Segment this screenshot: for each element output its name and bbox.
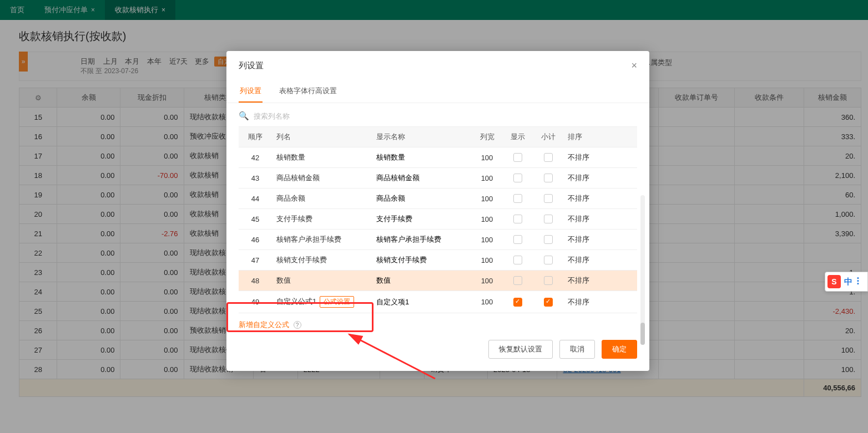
show-checkbox[interactable] [513, 235, 522, 244]
sort-select[interactable]: 不排序 [563, 147, 637, 168]
subtotal-checkbox[interactable] [544, 256, 553, 264]
sort-select[interactable]: 不排序 [563, 271, 637, 291]
add-formula-link[interactable]: 新增自定义公式 ? [239, 320, 301, 330]
mcol-width: 列宽 [472, 127, 502, 147]
modal-title: 列设置 [239, 60, 264, 71]
reset-default-button[interactable]: 恢复默认设置 [488, 340, 553, 359]
ime-indicator[interactable]: S 中 ⠇ [825, 272, 868, 292]
show-checkbox[interactable] [513, 174, 522, 182]
modal-tab-font[interactable]: 表格字体行高设置 [278, 80, 338, 103]
subtotal-checkbox[interactable] [544, 174, 553, 182]
sort-select[interactable]: 不排序 [563, 189, 637, 209]
sort-select[interactable]: 不排序 [563, 168, 637, 189]
column-search-input[interactable] [254, 112, 637, 120]
column-config-row[interactable]: 48数值100不排序 [239, 271, 637, 291]
ime-more-icon[interactable]: ⠇ [856, 276, 863, 288]
mcol-subtotal: 小计 [533, 127, 563, 147]
display-name-input[interactable] [376, 277, 467, 285]
sort-select[interactable]: 不排序 [563, 250, 637, 271]
column-config-row[interactable]: 46核销客户承担手续费100不排序 [239, 230, 637, 250]
scrollbar-thumb[interactable] [640, 323, 645, 345]
column-config-row[interactable]: 43商品核销金额100不排序 [239, 168, 637, 189]
modal-tab-columns[interactable]: 列设置 [239, 80, 263, 103]
subtotal-checkbox[interactable] [544, 276, 553, 285]
display-name-input[interactable] [376, 298, 467, 306]
show-checkbox[interactable] [513, 276, 522, 285]
sort-select[interactable]: 不排序 [563, 209, 637, 230]
display-name-input[interactable] [376, 236, 467, 244]
show-checkbox[interactable] [513, 298, 522, 307]
show-checkbox[interactable] [513, 256, 522, 264]
ime-mode-text: 中 [844, 277, 852, 287]
subtotal-checkbox[interactable] [544, 153, 553, 162]
ime-logo-icon: S [827, 275, 841, 288]
display-name-input[interactable] [376, 215, 467, 223]
column-config-row[interactable]: 44商品余额100不排序 [239, 189, 637, 209]
help-icon[interactable]: ? [294, 321, 301, 329]
subtotal-checkbox[interactable] [544, 215, 553, 223]
column-settings-modal: 列设置 × 列设置 表格字体行高设置 🔍 顺序 列名 显示名称 列宽 显示 小计… [226, 51, 649, 371]
modal-close-button[interactable]: × [631, 60, 637, 72]
display-name-input[interactable] [376, 195, 467, 203]
column-config-table: 顺序 列名 显示名称 列宽 显示 小计 排序 42核销数量100不排序43商品核… [239, 126, 637, 313]
display-name-input[interactable] [376, 256, 467, 264]
mcol-sort: 排序 [563, 127, 637, 147]
column-config-row[interactable]: 47核销支付手续费100不排序 [239, 250, 637, 271]
formula-settings-button[interactable]: 公式设置 [320, 296, 354, 308]
show-checkbox[interactable] [513, 153, 522, 162]
subtotal-checkbox[interactable] [544, 194, 553, 203]
mcol-show: 显示 [502, 127, 533, 147]
mcol-display: 显示名称 [372, 127, 472, 147]
cancel-button[interactable]: 取消 [559, 340, 595, 359]
column-config-row[interactable]: 42核销数量100不排序 [239, 147, 637, 168]
show-checkbox[interactable] [513, 215, 522, 223]
column-config-row[interactable]: 49自定义公式1公式设置100不排序 [239, 291, 637, 313]
subtotal-checkbox[interactable] [544, 235, 553, 244]
sort-select[interactable]: 不排序 [563, 291, 637, 313]
sort-select[interactable]: 不排序 [563, 230, 637, 250]
display-name-input[interactable] [376, 154, 467, 162]
display-name-input[interactable] [376, 174, 467, 182]
mcol-order: 顺序 [239, 127, 272, 147]
mcol-name: 列名 [272, 127, 372, 147]
confirm-button[interactable]: 确定 [602, 340, 637, 359]
subtotal-checkbox[interactable] [544, 298, 553, 307]
column-config-row[interactable]: 45支付手续费100不排序 [239, 209, 637, 230]
search-icon: 🔍 [239, 111, 249, 121]
modal-scrollbar[interactable] [640, 195, 645, 345]
show-checkbox[interactable] [513, 194, 522, 203]
